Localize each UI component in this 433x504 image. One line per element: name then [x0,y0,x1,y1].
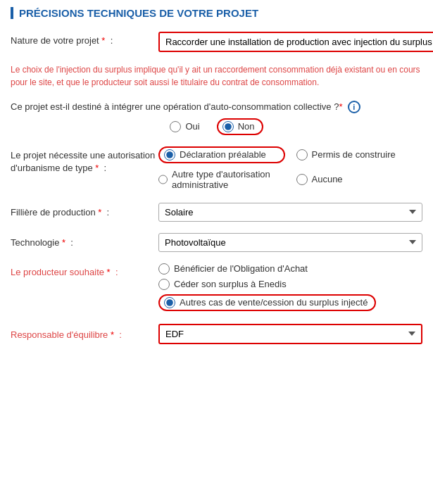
section-title-text: PRÉCISIONS TECHNIQUES DE VOTRE PROJET [19,7,258,19]
filiere-select[interactable]: Solaire [158,203,422,222]
nature-select[interactable]: Raccorder une installation de production… [158,32,433,52]
technologie-select[interactable]: Photovoltaïque [158,233,422,252]
producteur-autres-radio[interactable] [164,297,175,308]
producteur-row: Le producteur souhaite * : Bénéficier de… [11,263,422,311]
responsable-select-wrap: EDF [158,324,422,344]
autoconso-question-row: Ce projet est-il destiné à intégrer une … [11,100,422,114]
autoconso-oui-radio[interactable] [170,121,181,132]
autoconso-oui-option[interactable]: Oui [170,121,199,132]
autorisation-aucune-option[interactable]: Aucune [296,169,423,190]
autorisation-declaration-radio[interactable] [164,149,175,160]
autorisation-permis-radio[interactable] [296,149,308,160]
autorisation-aucune-radio[interactable] [296,174,308,185]
responsable-select[interactable]: EDF [158,324,422,344]
autorisation-row: Le projet nécessite une autorisation d'u… [11,146,422,190]
producteur-surplus-radio[interactable] [158,279,170,290]
filiere-row: Fillière de production * : Solaire [11,203,422,222]
producteur-obligation-option[interactable]: Bénéficier de l'Obligation d'Achat [158,263,376,275]
autorisation-label: Le projet nécessite une autorisation d'u… [11,146,158,175]
autorisation-options: Déclaration préalable Permis de construi… [158,146,422,190]
nature-row: Nature de votre projet * : Raccorder une… [11,32,422,52]
technologie-label: Technologie * : [11,237,158,248]
autorisation-grid: Déclaration préalable Permis de construi… [158,146,422,190]
responsable-row: Responsable d'équilibre * : EDF [11,324,422,344]
producteur-obligation-radio[interactable] [158,263,170,275]
producteur-label: Le producteur souhaite * : [11,263,158,279]
responsable-label: Responsable d'équilibre * : [11,326,158,341]
nature-control: Raccorder une installation de production… [158,32,433,52]
warning-text: Le choix de l'injection du surplus impli… [11,63,422,89]
autoconso-radios: Oui Non [11,118,422,135]
technologie-select-wrap: Photovoltaïque [158,233,422,252]
filiere-label: Fillière de production * : [11,207,158,218]
autorisation-autre-option[interactable]: Autre type d'autorisation administrative [158,169,285,190]
autoconso-info-icon[interactable]: i [348,101,360,113]
autoconso-non-radio[interactable] [222,121,234,132]
technologie-row: Technologie * : Photovoltaïque [11,233,422,252]
autoconso-question-text: Ce projet est-il destiné à intégrer une … [11,100,360,114]
producteur-options: Bénéficier de l'Obligation d'Achat Céder… [158,263,376,311]
autorisation-declaration-option[interactable]: Déclaration préalable [158,146,285,163]
producteur-autres-option[interactable]: Autres cas de vente/cession du surplus i… [158,294,376,311]
section-title: PRÉCISIONS TECHNIQUES DE VOTRE PROJET [11,7,422,19]
autorisation-permis-option[interactable]: Permis de construire [296,146,423,163]
autoconso-non-option[interactable]: Non [217,118,263,135]
nature-label: Nature de votre projet * : [11,32,158,47]
filiere-select-wrap: Solaire [158,203,422,222]
autorisation-autre-radio[interactable] [158,174,168,185]
producteur-surplus-option[interactable]: Céder son surplus à Enedis [158,279,376,290]
